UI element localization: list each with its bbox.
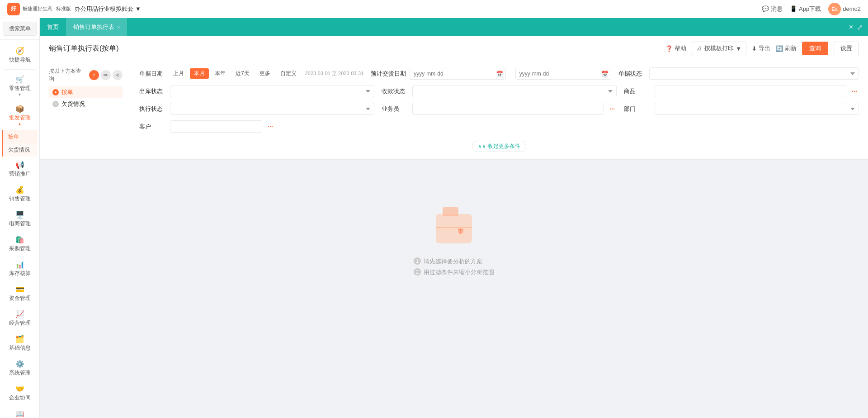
tab-active[interactable]: 销售订单执行表 × [66,18,127,36]
status-select[interactable] [649,67,859,80]
status-group: 单据状态 [618,67,859,80]
active-tab-label: 销售订单执行表 [73,23,114,31]
industry-selector[interactable]: 办公用品行业模拟账套 ▼ [75,5,141,13]
empty-svg-icon [427,196,481,250]
payment-group: 收款状态 [382,85,617,97]
export-btn[interactable]: ⬇ 导出 [752,44,770,52]
ecommerce-label: 电商管理 [9,220,31,228]
sidebar-item-inventory[interactable]: 📊 库存核算 [2,256,38,281]
tip-text-1: 请先选择要分析的方案 [424,257,482,266]
payment-select[interactable] [412,85,617,97]
page-header: 销售订单执行表(按单) ❓ 帮助 🖨 按模板打印 ▼ ⬇ 导出 [40,36,868,60]
scheme-item-1[interactable]: ● 按单 [49,86,123,98]
scheme-edit-btn[interactable]: ✏ [101,70,111,80]
print-label: 按模板打印 [704,44,734,52]
customer-dots-btn[interactable]: ··· [266,123,275,130]
sidebar-item-enterprise[interactable]: 🤝 企业协同 [2,381,38,405]
exec-group: 执行状态 [139,103,374,115]
product-input[interactable] [655,85,846,97]
preset-more[interactable]: 更多 [255,68,274,79]
warehouse-select[interactable] [170,85,374,97]
settings-button[interactable]: 设置 [834,42,859,55]
forecast-start-input[interactable] [410,68,505,80]
forecast-start-cal-icon: 📅 [496,70,503,77]
salesman-label: 业务员 [382,105,409,113]
scheme-collapse-btn[interactable]: « [113,70,123,80]
collapse-more-btn[interactable]: ∧∧ 收起更多条件 [472,141,526,152]
logo-area: 好 畅捷通好生意 [7,3,52,15]
sidebar-search-area: 搜索菜单 [0,18,39,40]
system-icon: ⚙️ [15,360,24,368]
sidebar-item-sales[interactable]: 💰 销售管理 [2,182,38,206]
basic-label: 基础信息 [9,344,31,352]
salesman-dots-btn[interactable]: ··· [608,105,617,113]
help-btn[interactable]: ❓ 帮助 [665,44,686,52]
preset-this-month[interactable]: 本月 [190,68,209,79]
sidebar-search-btn[interactable]: 搜索菜单 [3,22,37,36]
scheme-actions: + ✏ « [89,70,123,80]
scheme-title: 按以下方案查询 + ✏ « [49,67,123,83]
guide-icon: 📖 [15,409,24,418]
refresh-label: 刷新 [785,44,797,52]
submenu-item-2[interactable]: 欠货情况 [3,143,38,157]
forecast-end-cal-icon: 📅 [601,70,609,77]
exec-select[interactable] [170,103,374,115]
app-download-btn[interactable]: 📱 App下载 [790,5,821,13]
app-logo-icon: 好 [7,3,20,15]
preset-7days[interactable]: 近7天 [231,68,254,79]
tab-maximize-btn[interactable]: ⤢ [857,23,863,32]
operation-icon: 📈 [15,310,24,318]
date-range-text: 2023-03-01 至 2023-03-31 [305,70,364,77]
page-content: 销售订单执行表(按单) ❓ 帮助 🖨 按模板打印 ▼ ⬇ 导出 [40,36,868,418]
marketing-label: 营销推广 [9,170,31,178]
sidebar-item-guide[interactable]: 📖 新手引导 [2,406,38,418]
tip-num-1: 1 [414,257,421,265]
user-avatar: Ea [828,3,841,15]
filter-row-1: 单据日期 上月 本月 本年 近7天 更多 自定义 2023-03-01 至 20… [139,67,859,80]
customer-input[interactable] [170,120,262,133]
search-button[interactable]: 查询 [802,42,828,55]
sidebar-item-system[interactable]: ⚙️ 系统管理 [2,356,38,380]
salesman-input[interactable] [412,103,604,115]
refresh-btn[interactable]: 🔄 刷新 [776,44,797,52]
product-dots-btn[interactable]: ··· [850,88,859,95]
sidebar-item-wholesale[interactable]: 📦 批发管理 ▲ [2,101,38,130]
customer-label: 客户 [139,123,166,131]
sidebar-item-marketing[interactable]: 📢 营销推广 [2,157,38,181]
app-edition: 标准版 [56,5,71,12]
tab-actions: × ⤢ [849,23,868,32]
user-profile[interactable]: Ea demo2 [828,3,861,15]
refresh-icon: 🔄 [776,45,783,52]
submenu-item-1[interactable]: 按单 [3,130,38,143]
sidebar-item-purchase[interactable]: 🛍️ 采购管理 [2,232,38,256]
scheme-item-2[interactable]: ○ 欠货情况 [49,98,123,110]
sidebar-item-zero-retail[interactable]: 🛒 零售管理 ▼ [2,71,38,100]
sidebar-item-finance[interactable]: 💳 资金管理 [2,281,38,306]
page-title: 销售订单执行表(按单) [49,44,119,53]
inventory-icon: 📊 [15,260,24,269]
ecommerce-icon: 🖥️ [15,210,24,219]
preset-this-year[interactable]: 本年 [211,68,230,79]
preset-custom[interactable]: 自定义 [276,68,301,79]
preset-last-month[interactable]: 上月 [169,68,188,79]
message-btn[interactable]: 💬 消息 [762,5,783,13]
scheme-add-btn[interactable]: + [89,70,99,80]
forecast-date-group: 预计交货日期 📅 — 📅 [371,68,611,80]
sidebar-item-nav-shortcut[interactable]: 🧭 快捷导航 [2,43,38,67]
tab-restore-btn[interactable]: × [849,23,853,31]
marketing-icon: 📢 [15,161,24,169]
filter-row-3: 执行状态 业务员 ··· 部门 [139,103,859,115]
tab-home[interactable]: 首页 [40,18,66,36]
empty-illustration [427,196,481,250]
print-btn[interactable]: 🖨 按模板打印 ▼ [692,42,746,55]
zero-retail-icon: 🛒 [15,75,24,84]
dept-select[interactable] [655,103,859,115]
forecast-end-input[interactable] [515,68,611,80]
tab-bar: 首页 销售订单执行表 × × ⤢ [40,18,868,36]
tab-close-btn[interactable]: × [117,24,120,30]
sidebar-item-ecommerce[interactable]: 🖥️ 电商管理 [2,207,38,231]
empty-state: 1 请先选择要分析的方案 2 用过滤条件来缩小分析范围 [40,160,868,315]
inventory-label: 库存核算 [9,270,31,277]
sidebar-item-basic[interactable]: 🗂️ 基础信息 [2,331,38,356]
sidebar-item-operation[interactable]: 📈 经营管理 [2,306,38,331]
